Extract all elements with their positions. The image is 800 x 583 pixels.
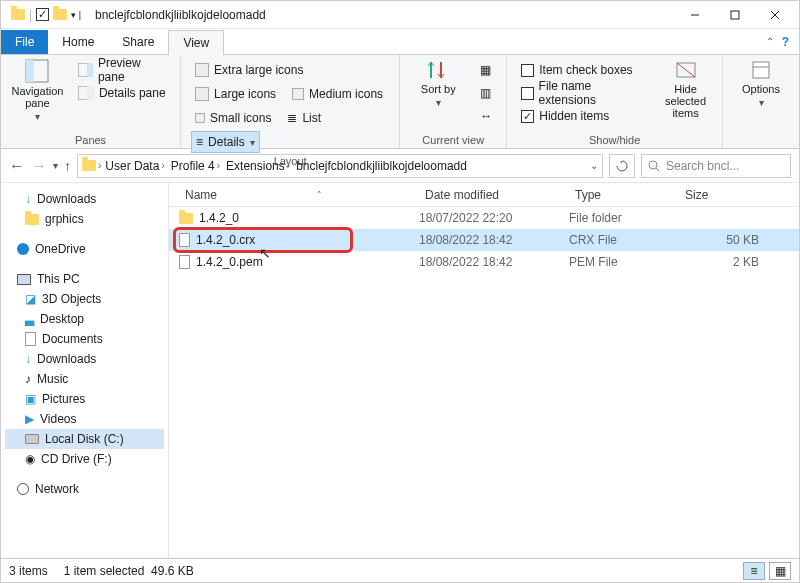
app-folder-icon (11, 9, 25, 20)
file-row-selected[interactable]: 1.4.2_0.crx ↖ 18/08/2022 18:42 CRX File … (169, 229, 799, 251)
small-icons-button[interactable]: Small icons (191, 107, 275, 129)
navigation-pane-button[interactable]: Navigation pane ▾ (11, 59, 64, 122)
onedrive-icon (17, 243, 29, 255)
tree-item-network[interactable]: Network (5, 479, 164, 499)
file-row[interactable]: 1.4.2_0 18/07/2022 22:20 File folder (169, 207, 799, 229)
file-type: File folder (569, 211, 679, 225)
folder-icon (179, 213, 193, 224)
group-options: Options ▾ (723, 55, 799, 148)
large-icons-label: Large icons (214, 87, 276, 101)
file-date: 18/07/2022 22:20 (419, 211, 569, 225)
tree-item-downloads[interactable]: ↓Downloads (5, 189, 164, 209)
file-list-pane: Name˄ Date modified Type Size 1.4.2_0 18… (169, 183, 799, 558)
breadcrumb-segment[interactable]: Profile 4 › (169, 159, 222, 173)
help-icon[interactable]: ? (782, 35, 789, 49)
tree-item-pictures[interactable]: ▣Pictures (5, 389, 164, 409)
add-columns-icon: ▥ (480, 86, 491, 100)
qat-dropdown-icon[interactable]: ▾ | (71, 10, 81, 20)
hide-selected-items-button[interactable]: Hide selected items (659, 59, 712, 119)
downloads-icon: ↓ (25, 352, 31, 366)
tree-item-downloads2[interactable]: ↓Downloads (5, 349, 164, 369)
extra-large-icons-button[interactable]: Extra large icons (191, 59, 307, 81)
preview-pane-button[interactable]: Preview pane (74, 59, 170, 81)
desktop-icon: ▃ (25, 312, 34, 326)
details-view-button[interactable]: ≡ (743, 562, 765, 580)
thumbnails-view-icon: ▦ (775, 564, 786, 578)
column-header-name[interactable]: Name˄ (179, 188, 419, 202)
ribbon: Navigation pane ▾ Preview pane Details p… (1, 55, 799, 149)
group-showhide-label: Show/hide (517, 132, 712, 146)
item-check-boxes-label: Item check boxes (539, 63, 632, 77)
group-by-button[interactable]: ▦ (476, 59, 496, 81)
tab-view[interactable]: View (168, 30, 224, 56)
item-check-boxes-toggle[interactable]: Item check boxes (517, 59, 649, 81)
hidden-items-toggle[interactable]: ✓Hidden items (517, 105, 649, 127)
breadcrumb-segment[interactable]: bnclejfcblondkjliiblkojdeloomadd (294, 159, 469, 173)
minimize-button[interactable] (675, 1, 715, 29)
breadcrumb-label: Extensions (226, 159, 285, 173)
tree-item-videos[interactable]: ▶Videos (5, 409, 164, 429)
navigation-tree[interactable]: ↓Downloads grphics OneDrive This PC ◪3D … (1, 183, 169, 558)
pictures-icon: ▣ (25, 392, 36, 406)
file-icon (179, 233, 190, 247)
address-bar[interactable]: › User Data › Profile 4 › Extensions › b… (77, 154, 603, 178)
list-icon: ≣ (287, 111, 297, 125)
tree-item-3dobjects[interactable]: ◪3D Objects (5, 289, 164, 309)
tab-share[interactable]: Share (108, 30, 168, 54)
tree-item-localdisk[interactable]: Local Disk (C:) (5, 429, 164, 449)
tree-item-thispc[interactable]: This PC (5, 269, 164, 289)
titlebar: | ✓ ▾ | bnclejfcblondkjliiblkojdeloomadd (1, 1, 799, 29)
file-name-extensions-toggle[interactable]: File name extensions (517, 82, 649, 104)
navigation-pane-label: Navigation pane (11, 85, 64, 109)
up-button[interactable]: ↑ (64, 158, 71, 174)
svg-line-13 (677, 63, 695, 77)
tree-item-documents[interactable]: Documents (5, 329, 164, 349)
breadcrumb-segment[interactable]: Extensions › (224, 159, 292, 173)
large-icons-icon (195, 87, 209, 101)
maximize-button[interactable] (715, 1, 755, 29)
body: ↓Downloads grphics OneDrive This PC ◪3D … (1, 183, 799, 558)
forward-button[interactable]: → (31, 157, 47, 175)
column-header-size[interactable]: Size (679, 188, 799, 202)
options-button[interactable]: Options ▾ (733, 59, 789, 108)
breadcrumb-segment[interactable]: User Data › (103, 159, 166, 173)
details-pane-button[interactable]: Details pane (74, 82, 170, 104)
tree-item-desktop[interactable]: ▃Desktop (5, 309, 164, 329)
extra-large-icons-icon (195, 63, 209, 77)
qat-newfolder-icon[interactable] (53, 9, 67, 20)
tab-home[interactable]: Home (48, 30, 108, 54)
close-button[interactable] (755, 1, 795, 29)
tree-item-cddrive[interactable]: ◉CD Drive (F:) (5, 449, 164, 469)
group-current-view: Sort by ▾ ▦ ▥ ↔ Current view (400, 55, 507, 148)
tree-item-grphics[interactable]: grphics (5, 209, 164, 229)
ribbon-collapse-icon[interactable]: ⌃ (766, 36, 774, 47)
column-header-date[interactable]: Date modified (419, 188, 569, 202)
medium-icons-button[interactable]: Medium icons (288, 83, 387, 105)
medium-icons-label: Medium icons (309, 87, 383, 101)
address-dropdown-icon[interactable]: ⌄ (590, 160, 598, 171)
size-columns-button[interactable]: ↔ (476, 105, 496, 127)
list-button[interactable]: ≣List (283, 107, 325, 129)
sort-by-button[interactable]: Sort by ▾ (410, 59, 466, 108)
small-icons-label: Small icons (210, 111, 271, 125)
back-button[interactable]: ← (9, 157, 25, 175)
file-icon (179, 255, 190, 269)
tree-label: grphics (45, 212, 84, 226)
qat-properties-icon[interactable]: ✓ (36, 8, 49, 21)
sort-asc-icon: ˄ (317, 190, 322, 200)
refresh-button[interactable] (609, 154, 635, 178)
large-icons-button[interactable]: Large icons (191, 83, 280, 105)
search-box[interactable]: Search bncl... (641, 154, 791, 178)
tab-file[interactable]: File (1, 30, 48, 54)
search-icon (648, 160, 660, 172)
chevron-right-icon: › (287, 160, 290, 171)
svg-rect-9 (87, 86, 94, 100)
chevron-right-icon: › (217, 160, 220, 171)
recent-locations-icon[interactable]: ▾ (53, 160, 58, 171)
add-columns-button[interactable]: ▥ (476, 82, 496, 104)
column-header-type[interactable]: Type (569, 188, 679, 202)
tree-item-music[interactable]: ♪Music (5, 369, 164, 389)
hidden-items-label: Hidden items (539, 109, 609, 123)
thumbnails-view-button[interactable]: ▦ (769, 562, 791, 580)
tree-item-onedrive[interactable]: OneDrive (5, 239, 164, 259)
